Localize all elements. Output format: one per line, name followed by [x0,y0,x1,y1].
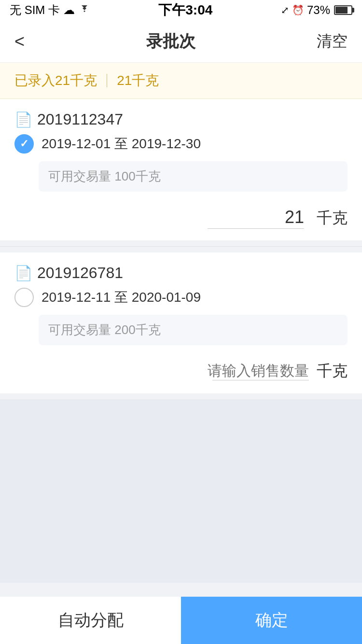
item-card-1: 📄 2019112347 2019-12-01 至 2019-12-30 可用交… [0,99,362,240]
item-date-row-2[interactable]: 2019-12-11 至 2020-01-09 [0,288,362,315]
location-icon: ⤢ [281,4,289,16]
item-value-1: 21 [285,207,304,227]
item-qty-text-1: 可用交易量 100千克 [48,169,161,183]
quantity-input-2[interactable] [125,363,309,379]
section-divider-1 [0,246,362,247]
input-underline-2 [212,380,309,380]
item-card-2: 📄 2019126781 2019-12-11 至 2020-01-09 可用交… [0,252,362,393]
status-bar: 无 SIM 卡 ☁ 下午3:04 ⤢ ⏰ 73% [0,0,362,20]
battery-icon [334,5,352,15]
status-left: 无 SIM 卡 ☁ [10,2,90,18]
alarm-icon: ⏰ [292,4,304,16]
item-header-2: 📄 2019126781 [0,252,362,288]
battery-percent: 73% [307,3,330,17]
item-icon-1: 📄 [14,111,32,128]
summary-label: 已录入21千克 [14,71,97,90]
radio-btn-1[interactable] [14,134,34,154]
item-input-row-2: 千克 [0,351,362,382]
item-qty-row-2: 可用交易量 200千克 [39,315,348,345]
value-underline-1 [208,228,304,229]
item-code-1: 2019112347 [37,111,123,128]
item-value-row-1: 21 千克 [0,197,362,229]
content-background [0,399,362,583]
wifi-icon [79,3,90,17]
auto-distribute-button[interactable]: 自动分配 [0,597,181,644]
item-value-section-1: 21 千克 [0,197,362,233]
sim-text: 无 SIM 卡 ☁ [10,2,75,18]
item-header-1: 📄 2019112347 [0,99,362,134]
status-time: 下午3:04 [158,1,212,19]
radio-btn-2[interactable] [14,288,34,307]
status-right: ⤢ ⏰ 73% [281,3,352,17]
summary-value: 21千克 [117,71,159,90]
summary-divider [107,74,107,87]
item-unit-1: 千克 [317,208,348,229]
item-unit-2: 千克 [317,361,348,382]
nav-bar: < 录批次 清空 [0,20,362,63]
clear-button[interactable]: 清空 [317,31,348,52]
input-value-section-2[interactable] [125,363,309,380]
page-title: 录批次 [146,30,195,53]
bottom-bar: 自动分配 确定 [0,597,362,644]
item-input-section-2: 千克 [0,351,362,386]
item-icon-2: 📄 [14,265,32,281]
value-section-1: 21 [208,207,304,229]
item-qty-row-1: 可用交易量 100千克 [39,161,348,192]
item-date-2: 2019-12-11 至 2020-01-09 [42,288,201,307]
confirm-button[interactable]: 确定 [181,597,362,644]
item-date-1: 2019-12-01 至 2019-12-30 [42,135,201,153]
item-date-row-1[interactable]: 2019-12-01 至 2019-12-30 [0,134,362,161]
summary-banner: 已录入21千克 21千克 [0,63,362,99]
back-button[interactable]: < [14,31,25,52]
item-qty-text-2: 可用交易量 200千克 [48,322,161,337]
item-code-2: 2019126781 [37,264,123,282]
